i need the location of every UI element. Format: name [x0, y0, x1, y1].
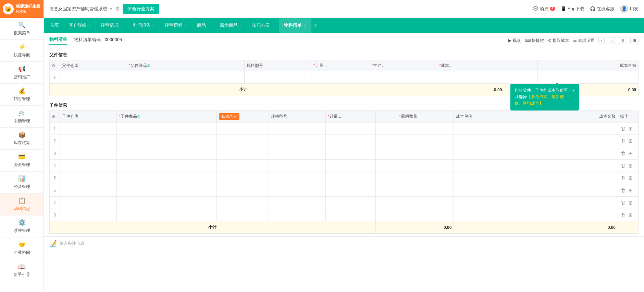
tab-new-product[interactable]: 新增商品 ×: [215, 18, 247, 33]
copy-icon-6[interactable]: ⊞: [628, 187, 633, 193]
doc-settings-btn[interactable]: ☰ 单据设置: [573, 38, 594, 44]
copy-icon-8[interactable]: ⊞: [628, 212, 633, 218]
close-tab-customer[interactable]: ×: [89, 23, 91, 27]
child-scan-2[interactable]: [216, 135, 269, 147]
tab-history[interactable]: 经营历程 ×: [160, 18, 192, 33]
child-warehouse-4[interactable]: [60, 160, 117, 172]
child-scan-5[interactable]: [216, 172, 269, 184]
copy-icon-5[interactable]: ⊞: [628, 175, 633, 181]
copy-icon-4[interactable]: ⊞: [628, 163, 633, 168]
child-unit-5[interactable]: [325, 172, 375, 184]
sidebar-item-guide[interactable]: 📖 新手引导: [0, 259, 44, 281]
child-warehouse-3[interactable]: [60, 147, 117, 160]
tab-operation[interactable]: 经营情况 ×: [96, 18, 128, 33]
close-tab-profit[interactable]: ×: [153, 23, 155, 27]
copy-icon-3[interactable]: ⊞: [628, 150, 633, 156]
messages-item[interactable]: 💬 消息 6: [533, 6, 555, 12]
child-scan-4[interactable]: [216, 160, 269, 172]
child-qty-4[interactable]: [397, 160, 454, 172]
parent-gear-icon[interactable]: ⚙: [52, 63, 55, 68]
sidebar-item-finance[interactable]: 💳 资金管理: [0, 150, 44, 172]
sidebar-item-search[interactable]: 🔍 搜索菜单: [0, 18, 44, 40]
child-unit-2[interactable]: [325, 135, 375, 147]
sidebar-item-management[interactable]: 📊 经营管理: [0, 172, 44, 194]
dropdown-arrow-icon[interactable]: ▾: [110, 6, 112, 11]
delete-icon-1[interactable]: 🗑: [621, 126, 626, 131]
child-qty-8[interactable]: [397, 209, 454, 221]
delete-icon-6[interactable]: 🗑: [621, 187, 626, 193]
tab-product[interactable]: 商品 ×: [192, 18, 215, 33]
child-product-8[interactable]: [117, 209, 216, 221]
scan-input-btn[interactable]: 扫码录入: [219, 113, 239, 120]
sidebar-item-marketing[interactable]: 📢 营销推广: [0, 62, 44, 84]
child-unit-cost-8[interactable]: [454, 209, 511, 221]
prev-record-btn[interactable]: ‹: [598, 37, 605, 44]
settings-icon[interactable]: ⚙: [115, 5, 120, 12]
child-spec-4[interactable]: [269, 160, 325, 172]
child-unit-6[interactable]: [325, 184, 375, 197]
tab-home[interactable]: 首页: [45, 18, 64, 33]
child-unit-1[interactable]: [325, 122, 375, 135]
sub-tab-bom[interactable]: 物料清单: [49, 36, 67, 45]
child-spec-7[interactable]: [269, 197, 325, 209]
child-warehouse-2[interactable]: [60, 135, 117, 147]
child-unit-cost-6[interactable]: [454, 184, 511, 197]
child-qty-1[interactable]: [397, 122, 454, 135]
child-unit-cost-7[interactable]: [454, 197, 511, 209]
sidebar-item-purchase[interactable]: 🛒 采购管理: [0, 106, 44, 128]
child-qty-5[interactable]: [397, 172, 454, 184]
copy-icon-7[interactable]: ⊞: [628, 200, 633, 206]
parent-warehouse-1[interactable]: [60, 71, 127, 84]
copy-icon-1[interactable]: ⊞: [628, 126, 633, 131]
delete-icon-7[interactable]: 🗑: [621, 200, 626, 206]
app-download-item[interactable]: 📱 App下载: [561, 6, 584, 12]
child-qty-7[interactable]: [397, 197, 454, 209]
child-scan-1[interactable]: [216, 122, 269, 135]
user-item[interactable]: 👤 用友: [620, 5, 639, 13]
sidebar-item-inventory[interactable]: 📦 库存核算: [0, 128, 44, 150]
child-qty-2[interactable]: [397, 135, 454, 147]
child-scan-8[interactable]: [216, 209, 269, 221]
child-product-5[interactable]: [117, 172, 216, 184]
shortcut-btn[interactable]: ⌨ 快捷键: [525, 38, 544, 44]
expand-btn[interactable]: ⊞: [630, 37, 639, 44]
child-gear-icon[interactable]: ⚙: [52, 114, 55, 119]
child-scan-6[interactable]: [216, 184, 269, 197]
sidebar-item-quicknav[interactable]: ⚡ 快捷导航: [0, 40, 44, 62]
child-unit-4[interactable]: [325, 160, 375, 172]
delete-icon-3[interactable]: 🗑: [621, 150, 626, 156]
online-service-item[interactable]: 🎧 在线客服: [590, 6, 615, 12]
close-tab-history[interactable]: ×: [185, 23, 187, 27]
child-unit-8[interactable]: [325, 209, 375, 221]
child-unit-cost-5[interactable]: [454, 172, 511, 184]
close-tab-operation[interactable]: ×: [121, 23, 123, 27]
child-warehouse-8[interactable]: [60, 209, 117, 221]
child-unit-7[interactable]: [325, 197, 375, 209]
child-warehouse-7[interactable]: [60, 197, 117, 209]
child-unit-cost-4[interactable]: [454, 160, 511, 172]
child-qty-6[interactable]: [397, 184, 454, 197]
list-view-btn[interactable]: ≡: [619, 37, 626, 44]
delete-icon-2[interactable]: 🗑: [621, 138, 626, 144]
trial-button[interactable]: 体验行业方案: [123, 4, 159, 14]
child-qty-3[interactable]: [397, 147, 454, 160]
sidebar-item-basic[interactable]: 📋 基础信息: [0, 194, 44, 215]
sidebar-item-collab[interactable]: 🤝 企业协同: [0, 237, 44, 259]
child-product-1[interactable]: [117, 122, 216, 135]
child-spec-8[interactable]: [269, 209, 325, 221]
child-product-7[interactable]: [117, 197, 216, 209]
view-video-btn[interactable]: ▶ 视频: [508, 38, 521, 44]
tab-barcode[interactable]: 条码方案 ×: [247, 18, 279, 33]
child-product-6[interactable]: [117, 184, 216, 197]
copy-icon-2[interactable]: ⊞: [628, 138, 633, 144]
child-unit-cost-1[interactable]: [454, 122, 511, 135]
next-record-btn[interactable]: ›: [609, 37, 615, 44]
child-product-2[interactable]: [117, 135, 216, 147]
child-spec-3[interactable]: [269, 147, 325, 160]
tab-bom[interactable]: 物料清单 ×: [279, 18, 311, 33]
child-product-3[interactable]: [117, 147, 216, 160]
child-spec-6[interactable]: [269, 184, 325, 197]
sidebar-item-sales[interactable]: 💰 销售管理: [0, 84, 44, 106]
close-tab-product[interactable]: ×: [208, 23, 210, 27]
child-warehouse-5[interactable]: [60, 172, 117, 184]
